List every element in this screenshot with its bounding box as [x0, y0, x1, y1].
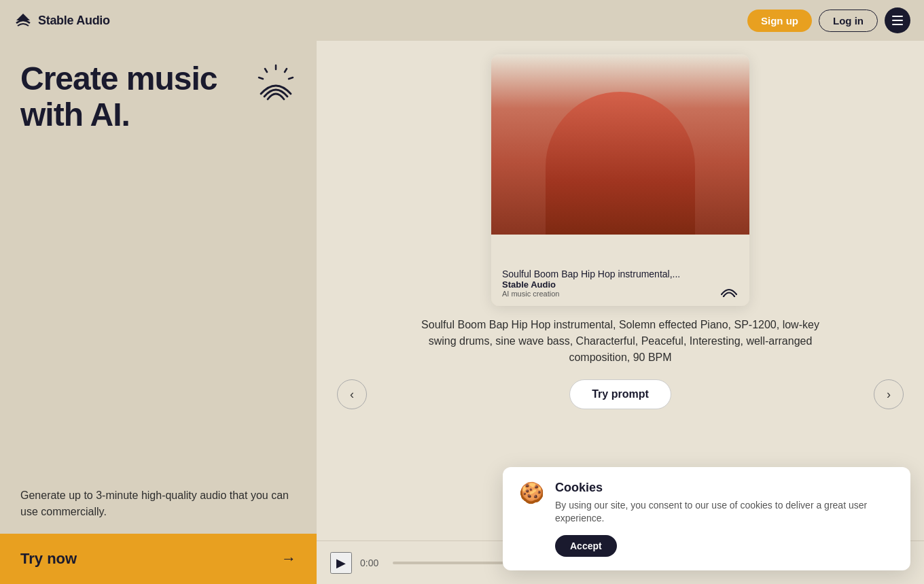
cookie-title: Cookies: [555, 481, 894, 495]
album-brand: Stable Audio AI music creation: [502, 279, 559, 298]
svg-line-4: [289, 78, 293, 79]
cookie-body: By using our site, you consent to our us…: [555, 499, 894, 526]
chevron-right-icon: ›: [887, 388, 891, 402]
sun-rainbow-icon: [255, 64, 296, 104]
try-now-button[interactable]: Try now →: [0, 534, 317, 584]
album-art-inner: Soulful Boom Bap Hip Hop instrumental,..…: [491, 54, 749, 306]
cookies-banner: 🍪 Cookies By using our site, you consent…: [503, 467, 910, 570]
login-button[interactable]: Log in: [819, 10, 878, 32]
play-button[interactable]: ▶: [330, 552, 352, 574]
try-prompt-button[interactable]: Try prompt: [569, 379, 671, 409]
time-display: 0:00: [360, 557, 385, 568]
album-logo-row: Stable Audio AI music creation: [502, 279, 739, 298]
hero-header: Create music with AI.: [20, 61, 296, 133]
svg-line-3: [259, 78, 263, 79]
navbar-right: Sign up Log in: [747, 7, 910, 33]
hamburger-icon: [892, 16, 903, 25]
signup-button[interactable]: Sign up: [747, 10, 812, 32]
logo-text: Stable Audio: [38, 14, 110, 28]
cookie-content: Cookies By using our site, you consent t…: [555, 481, 894, 557]
left-panel: Create music with AI.: [0, 41, 317, 584]
next-button[interactable]: ›: [874, 379, 904, 409]
album-title: Soulful Boom Bap Hip Hop instrumental,..…: [502, 269, 739, 279]
play-icon: ▶: [336, 555, 346, 570]
chevron-left-icon: ‹: [350, 388, 354, 402]
accept-cookies-button[interactable]: Accept: [555, 535, 617, 557]
album-art-image: [491, 54, 749, 235]
navbar: Stable Audio Sign up Log in: [0, 0, 924, 41]
prev-button[interactable]: ‹: [337, 379, 367, 409]
hero-title: Create music with AI.: [20, 61, 217, 133]
left-content: Create music with AI.: [20, 61, 296, 487]
svg-line-2: [285, 69, 287, 72]
logo-icon: [14, 11, 33, 30]
small-rainbow-icon: [719, 281, 739, 297]
svg-line-1: [265, 69, 267, 72]
album-arc-shape: [546, 92, 695, 235]
album-art-bottom: Soulful Boom Bap Hip Hop instrumental,..…: [491, 235, 749, 306]
album-art-card: Soulful Boom Bap Hip Hop instrumental,..…: [491, 54, 749, 306]
menu-button[interactable]: [885, 7, 910, 33]
logo: Stable Audio: [14, 11, 110, 30]
subtitle-area: Generate up to 3-minute high-quality aud…: [20, 487, 296, 534]
arrow-right-icon: →: [281, 550, 296, 568]
prompt-description: Soulful Boom Bap Hip Hop instrumental, S…: [389, 317, 851, 366]
prompt-nav-row: ‹ Try prompt ›: [317, 379, 924, 409]
cookie-icon: 🍪: [519, 481, 544, 504]
hero-subtitle: Generate up to 3-minute high-quality aud…: [20, 487, 296, 520]
